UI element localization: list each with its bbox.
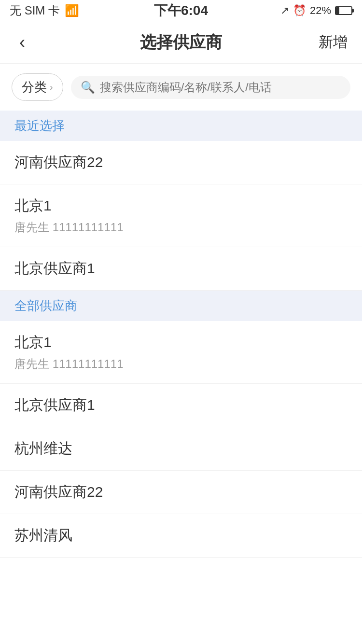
search-box: 🔍 <box>71 76 350 99</box>
add-button[interactable]: 新增 <box>319 32 348 52</box>
list-item[interactable]: 北京1唐先生 11111111111 <box>0 184 362 247</box>
all-section-header: 全部供应商 <box>0 291 362 321</box>
battery-text: 22% <box>310 4 331 17</box>
category-label: 分类 <box>22 79 47 96</box>
location-icon: ↗ <box>280 4 289 17</box>
list-item[interactable]: 河南供应商22 <box>0 471 362 514</box>
supplier-contact: 唐先生 11111111111 <box>14 356 348 372</box>
list-item[interactable]: 杭州维达 <box>0 427 362 471</box>
list-item[interactable]: 北京1唐先生 11111111111 <box>0 321 362 384</box>
sim-text: 无 SIM 卡 <box>10 3 60 18</box>
category-filter-button[interactable]: 分类 › <box>12 73 63 101</box>
recent-list: 河南供应商22北京1唐先生 11111111111北京供应商1 <box>0 141 362 291</box>
supplier-contact: 唐先生 11111111111 <box>14 220 348 235</box>
status-right: ↗ ⏰ 22% <box>280 4 352 17</box>
battery-icon <box>335 6 352 15</box>
supplier-name: 河南供应商22 <box>14 482 348 502</box>
search-icon: 🔍 <box>81 81 95 94</box>
supplier-name: 北京供应商1 <box>14 259 348 279</box>
supplier-name: 苏州清风 <box>14 526 348 546</box>
list-item[interactable]: 北京供应商1 <box>0 247 362 291</box>
supplier-name: 北京1 <box>14 196 348 216</box>
recent-section-header: 最近选择 <box>0 111 362 141</box>
page-title: 选择供应商 <box>140 31 222 54</box>
chevron-right-icon: › <box>50 82 53 93</box>
supplier-name: 河南供应商22 <box>14 153 348 172</box>
filter-bar: 分类 › 🔍 <box>0 64 362 111</box>
wifi-icon: 📶 <box>65 4 79 17</box>
list-item[interactable]: 河南供应商22 <box>0 141 362 184</box>
status-time: 下午6:04 <box>154 1 208 20</box>
supplier-name: 北京供应商1 <box>14 395 348 415</box>
list-item[interactable]: 北京供应商1 <box>0 384 362 427</box>
supplier-name: 北京1 <box>14 333 348 352</box>
status-left: 无 SIM 卡 📶 <box>10 3 79 18</box>
all-list: 北京1唐先生 11111111111北京供应商1杭州维达河南供应商22苏州清风 <box>0 321 362 558</box>
alarm-icon: ⏰ <box>293 4 306 17</box>
back-button[interactable]: ‹ <box>14 28 30 57</box>
list-item[interactable]: 苏州清风 <box>0 514 362 558</box>
nav-bar: ‹ 选择供应商 新增 <box>0 21 362 64</box>
search-input[interactable] <box>100 81 341 94</box>
status-bar: 无 SIM 卡 📶 下午6:04 ↗ ⏰ 22% <box>0 0 362 21</box>
supplier-name: 杭州维达 <box>14 439 348 459</box>
